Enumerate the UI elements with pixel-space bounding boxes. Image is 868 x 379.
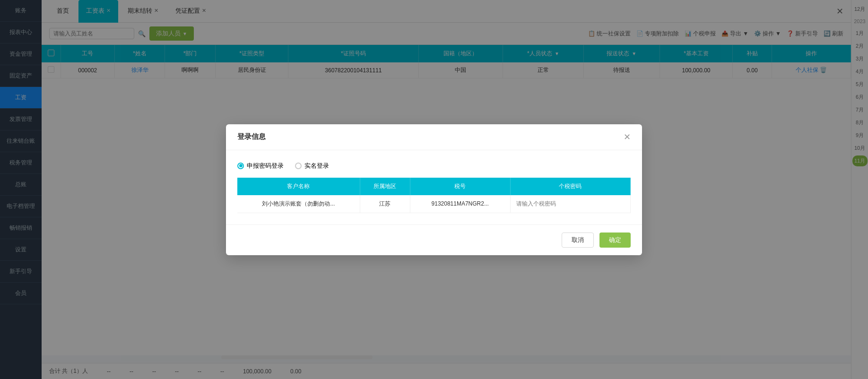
col-tax-id: 税号 — [410, 178, 510, 195]
radio-realname-dot — [295, 163, 302, 169]
client-region-cell: 江苏 — [360, 195, 410, 213]
dialog-footer: 取消 确定 — [226, 224, 642, 255]
col-region: 所属地区 — [360, 178, 410, 195]
client-password-cell[interactable] — [510, 195, 630, 213]
login-info-dialog: 登录信息 ✕ 申报密码登录 实名登录 客户名称 所属地区 — [226, 124, 642, 255]
radio-declaration-password[interactable]: 申报密码登录 — [237, 162, 284, 170]
col-tax-password: 个税密码 — [510, 178, 630, 195]
dialog-title: 登录信息 — [237, 132, 266, 141]
client-tax-id-cell: 91320811MA7NGR2... — [410, 195, 510, 213]
dialog-header: 登录信息 ✕ — [226, 124, 642, 150]
client-table: 客户名称 所属地区 税号 个税密码 刘小艳演示账套（勿删勿动... 江苏 913… — [237, 178, 631, 213]
confirm-button[interactable]: 确定 — [599, 233, 631, 248]
col-client-name: 客户名称 — [237, 178, 360, 195]
tax-password-input[interactable] — [516, 200, 625, 207]
dialog-close-button[interactable]: ✕ — [624, 132, 631, 142]
dialog-body: 申报密码登录 实名登录 客户名称 所属地区 税号 个税密码 — [226, 150, 642, 224]
radio-real-name[interactable]: 实名登录 — [295, 162, 329, 170]
radio-declaration-dot — [237, 163, 244, 169]
login-type-radio-group: 申报密码登录 实名登录 — [237, 162, 631, 170]
dialog-overlay: 登录信息 ✕ 申报密码登录 实名登录 客户名称 所属地区 — [0, 0, 868, 379]
client-name-cell: 刘小艳演示账套（勿删勿动... — [237, 195, 360, 213]
cancel-button[interactable]: 取消 — [562, 233, 594, 248]
client-table-row: 刘小艳演示账套（勿删勿动... 江苏 91320811MA7NGR2... — [237, 195, 631, 213]
